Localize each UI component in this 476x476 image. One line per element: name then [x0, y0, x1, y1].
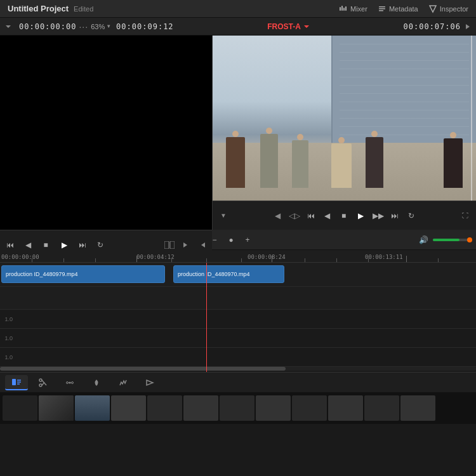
svg-line-40: [42, 382, 44, 385]
prog-loop-button[interactable]: ↻: [405, 209, 418, 222]
bottom-bar: [0, 372, 476, 392]
svg-marker-12: [183, 242, 187, 248]
audio-track-1: 1.0: [0, 310, 476, 329]
metadata-label: Metadata: [389, 5, 418, 13]
prog-step-back-button[interactable]: ◀: [321, 209, 334, 222]
volume-knob[interactable]: [467, 237, 472, 242]
person-6: [444, 138, 463, 188]
ruler-tick-1: [32, 258, 32, 262]
timecode-right-icon: [463, 23, 471, 30]
zoom-control[interactable]: 63% ▼: [91, 23, 111, 30]
svg-marker-8: [304, 25, 309, 28]
mixer-menu-item[interactable]: Mixer: [339, 4, 367, 13]
thumb-8: [256, 395, 291, 421]
svg-rect-1: [341, 6, 343, 11]
svg-rect-0: [340, 7, 341, 11]
empty-video-track: [0, 287, 476, 310]
thumb-12: [400, 395, 435, 421]
ruler-tick-3: [95, 258, 96, 262]
ruler-tick-7: [305, 258, 305, 262]
ruler-tick-6: [241, 258, 242, 262]
metadata-icon: [378, 4, 387, 13]
tab-fairlight[interactable]: [112, 375, 135, 390]
loop-button[interactable]: ↻: [94, 239, 107, 251]
mark-out-icon[interactable]: [197, 239, 208, 251]
svg-point-41: [69, 381, 71, 383]
project-title: Untitled Project: [8, 4, 69, 13]
timeline-section: ↶ 🔗 🔒 − ● + 🔊: [0, 230, 476, 424]
ruler-tick-2: [63, 258, 64, 262]
video-clip-1[interactable]: production ID_4480979.mp4: [1, 265, 165, 283]
svg-rect-10: [164, 241, 169, 249]
audio-label-2: 1.0: [0, 335, 15, 341]
prog-nav-left-icon[interactable]: ◀: [272, 209, 284, 222]
color-label: FROST-A: [267, 22, 301, 31]
mixer-label: Mixer: [350, 5, 367, 13]
prog-nav-arrows-icon[interactable]: ◁▷: [288, 209, 301, 222]
timecode-dots[interactable]: ···: [79, 22, 88, 32]
ruler-tick-major-2: [272, 256, 272, 262]
mixer-icon: [339, 4, 348, 13]
metadata-menu-item[interactable]: Metadata: [378, 4, 418, 13]
program-playhead-bar: [471, 36, 472, 201]
volume-bar[interactable]: [433, 239, 471, 241]
person-4: [331, 143, 352, 188]
tab-deliver[interactable]: [138, 375, 161, 390]
color-dropdown-icon[interactable]: [303, 23, 310, 30]
prog-stop-button[interactable]: ■: [338, 209, 350, 222]
prog-go-start-button[interactable]: ⏮: [305, 209, 317, 222]
inspector-label: Inspector: [440, 5, 468, 13]
video-track-row: production ID_4480979.mp4 production ID_…: [0, 263, 476, 287]
scrollbar-track[interactable]: [0, 367, 476, 371]
ruler-mark-2: 00:00:08:24: [248, 254, 286, 260]
thumb-10: [328, 395, 363, 421]
volume-icon[interactable]: 🔊: [416, 233, 430, 247]
audio-track-3: 1.0: [0, 348, 476, 367]
dot-button[interactable]: ●: [224, 233, 238, 247]
tab-media[interactable]: [5, 375, 28, 390]
ruler-tick-5: [206, 258, 207, 262]
prog-go-end-button[interactable]: ⏭: [388, 209, 401, 222]
thumb-7: [220, 395, 255, 421]
prog-dropdown-icon[interactable]: ▼: [218, 210, 229, 221]
prog-fullscreen-icon[interactable]: ⛶: [459, 210, 471, 221]
mark-in-icon[interactable]: [180, 239, 192, 251]
tab-fusion[interactable]: [58, 375, 81, 390]
svg-point-38: [39, 384, 42, 387]
svg-marker-13: [201, 242, 205, 248]
plus-button[interactable]: +: [241, 233, 255, 247]
svg-marker-9: [466, 24, 470, 29]
ruler-tick-major-1: [136, 256, 137, 262]
svg-marker-46: [147, 380, 153, 385]
video-clip-2[interactable]: production ID_4480970.mp4: [173, 265, 284, 283]
step-back-button[interactable]: ◀: [22, 239, 34, 251]
monitor-layout-icon[interactable]: [164, 239, 175, 251]
thumb-1: [3, 395, 37, 421]
go-to-end-button[interactable]: ⏭: [76, 239, 89, 251]
stop-button[interactable]: ■: [39, 239, 52, 251]
scrollbar-thumb[interactable]: [0, 367, 286, 371]
video-scene: [213, 36, 476, 201]
person-2: [260, 134, 278, 188]
prog-step-forward-button[interactable]: ▶▶: [372, 209, 385, 222]
thumb-2: [39, 395, 74, 421]
go-to-start-button[interactable]: ⏮: [4, 239, 17, 251]
prog-play-button[interactable]: ▶: [354, 209, 368, 223]
thumb-9: [292, 395, 327, 421]
ruler-tick-8: [336, 258, 337, 262]
tab-cut[interactable]: [32, 375, 55, 390]
playhead-line: [206, 263, 207, 372]
timecode-duration: 00:00:09:12: [116, 22, 173, 31]
inspector-menu-item[interactable]: Inspector: [428, 4, 468, 13]
tab-color[interactable]: [85, 375, 108, 390]
ruler-mark-3: 00:00:13:11: [365, 254, 403, 260]
ruler-tick-10: [438, 258, 439, 262]
volume-control[interactable]: 🔊: [416, 233, 471, 247]
program-video-frame: [213, 36, 476, 201]
thumb-3: [75, 395, 110, 421]
svg-rect-5: [379, 8, 385, 10]
ruler-tick-major-3: [406, 256, 407, 262]
title-bar: Untitled Project Edited Mixer Metadata: [0, 0, 476, 18]
ruler-tick-4: [171, 258, 172, 262]
ruler-mark-1: 00:00:04:12: [136, 254, 175, 260]
